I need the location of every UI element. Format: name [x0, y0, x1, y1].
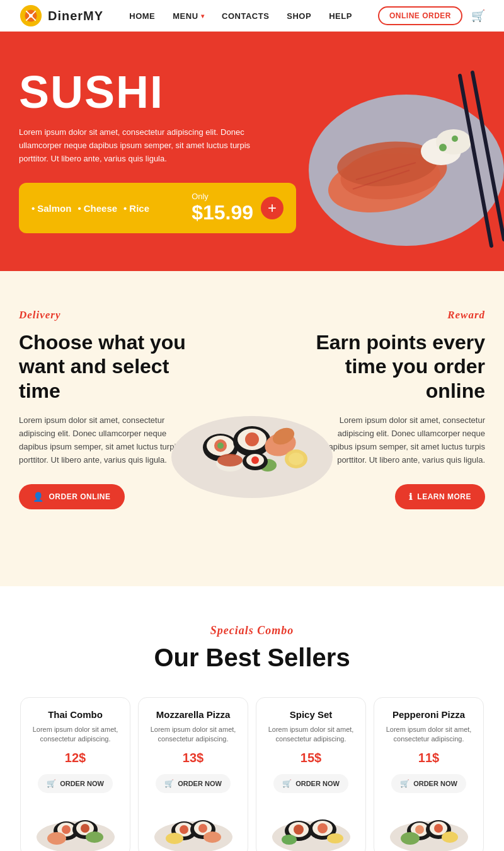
mid-food-image	[164, 366, 340, 507]
hero-price-box: Salmon Cheese Rice Only $15.99 +	[19, 183, 296, 233]
card-food-img-3	[267, 799, 355, 851]
specials-label: Specials Combo	[13, 624, 491, 637]
svg-point-61	[327, 833, 343, 843]
cart-small-icon-4: 🛒	[400, 779, 410, 788]
hero-ingredients: Salmon Cheese Rice	[32, 203, 149, 214]
svg-point-42	[47, 832, 66, 845]
product-desc-4: Lorem ipsum dolor sit amet, consectetur …	[383, 725, 474, 744]
cart-small-icon-3: 🛒	[282, 779, 292, 788]
hero-description: Lorem ipsum dolor sit amet, consectetur …	[19, 126, 258, 165]
svg-point-12	[452, 136, 458, 142]
svg-point-59	[318, 823, 328, 833]
delivery-label: Delivery	[19, 309, 195, 321]
product-name-1: Thai Combo	[30, 709, 121, 720]
product-card-4: Pepperoni Pizza Lorem ipsum dolor sit am…	[374, 697, 484, 851]
card-food-img-1	[32, 799, 120, 851]
ingredient-rice: Rice	[123, 203, 149, 214]
order-now-button-1[interactable]: 🛒 ORDER NOW	[38, 774, 113, 793]
order-online-icon: 👤	[33, 492, 44, 502]
product-card-2: Mozzarella Pizza Lorem ipsum dolor sit a…	[138, 697, 248, 851]
product-card-3: Spicy Set Lorem ipsum dolor sit amet, co…	[256, 697, 366, 851]
online-order-button[interactable]: ONLINE ORDER	[378, 6, 462, 25]
product-card-1: Thai Combo Lorem ipsum dolor sit amet, c…	[20, 697, 130, 851]
nav-links: HOME MENU ▾ CONTACTS SHOP HELP	[129, 10, 352, 21]
svg-point-38	[62, 825, 71, 834]
specials-section: Specials Combo Our Best Sellers Thai Com…	[0, 586, 504, 851]
product-name-3: Spicy Set	[265, 709, 357, 720]
svg-point-65	[415, 825, 424, 834]
navbar: DinerMY HOME MENU ▾ CONTACTS SHOP HELP O…	[0, 0, 504, 32]
svg-point-43	[86, 831, 103, 843]
svg-point-60	[282, 835, 297, 845]
product-price-4: 11$	[383, 751, 474, 765]
order-now-button-2[interactable]: 🛒 ORDER NOW	[156, 774, 231, 793]
svg-point-69	[401, 832, 420, 845]
svg-point-51	[166, 833, 183, 844]
hero-title: SUSHI	[19, 69, 309, 115]
svg-point-21	[217, 443, 224, 449]
nav-item-shop[interactable]: SHOP	[287, 10, 311, 21]
hero-section: SUSHI Lorem ipsum dolor sit amet, consec…	[0, 32, 504, 271]
svg-point-56	[294, 825, 304, 835]
svg-point-4	[29, 14, 33, 18]
svg-point-28	[217, 454, 243, 466]
mid-section: Delivery Choose what you want and select…	[0, 271, 504, 586]
svg-point-70	[442, 831, 458, 843]
add-to-cart-button[interactable]: +	[261, 197, 284, 219]
svg-point-41	[81, 824, 89, 833]
reward-label: Reward	[309, 309, 485, 321]
order-now-button-4[interactable]: 🛒 ORDER NOW	[391, 774, 466, 793]
svg-point-24	[245, 432, 259, 446]
hero-price-right: Only $15.99 +	[192, 192, 284, 224]
cart-small-icon-1: 🛒	[47, 779, 56, 788]
nav-item-menu[interactable]: MENU ▾	[173, 11, 204, 21]
cart-icon[interactable]: 🛒	[471, 9, 485, 23]
mid-plate-svg	[164, 366, 340, 504]
svg-point-50	[198, 824, 207, 833]
hero-food-image	[290, 38, 504, 265]
ingredient-salmon: Salmon	[32, 203, 71, 214]
hero-plate-svg	[290, 38, 504, 265]
product-name-2: Mozzarella Pizza	[147, 709, 239, 720]
chevron-down-icon: ▾	[201, 13, 205, 20]
nav-item-contacts[interactable]: CONTACTS	[222, 10, 269, 21]
cart-small-icon-2: 🛒	[164, 779, 174, 788]
nav-item-home[interactable]: HOME	[129, 10, 155, 21]
product-price-2: 13$	[147, 751, 239, 765]
logo[interactable]: DinerMY	[19, 4, 103, 28]
order-online-button[interactable]: 👤 ORDER ONLINE	[19, 484, 125, 509]
logo-icon	[19, 4, 43, 28]
ingredient-cheese: Cheese	[77, 203, 117, 214]
order-now-button-3[interactable]: 🛒 ORDER NOW	[273, 774, 348, 793]
svg-point-34	[251, 456, 259, 464]
card-food-img-2	[149, 799, 238, 851]
nav-right: ONLINE ORDER 🛒	[378, 6, 485, 25]
product-desc-2: Lorem ipsum dolor sit amet, consectetur …	[147, 725, 239, 744]
product-cards-row: Thai Combo Lorem ipsum dolor sit amet, c…	[13, 697, 491, 851]
product-price-1: 12$	[30, 751, 121, 765]
learn-more-button[interactable]: ℹ LEARN MORE	[395, 484, 485, 509]
learn-more-icon: ℹ	[409, 492, 413, 502]
svg-point-68	[434, 824, 443, 833]
product-name-4: Pepperoni Pizza	[383, 709, 474, 720]
hero-price: $15.99	[192, 201, 253, 224]
product-desc-1: Lorem ipsum dolor sit amet, consectetur …	[30, 725, 121, 744]
product-desc-3: Lorem ipsum dolor sit amet, consectetur …	[265, 725, 357, 744]
card-food-img-4	[385, 799, 473, 851]
svg-point-52	[203, 831, 221, 843]
logo-text: DinerMY	[48, 9, 103, 23]
hero-content: SUSHI Lorem ipsum dolor sit amet, consec…	[19, 69, 309, 233]
only-label: Only	[192, 192, 253, 201]
product-price-3: 15$	[265, 751, 357, 765]
svg-point-11	[439, 144, 447, 151]
nav-item-help[interactable]: HELP	[329, 10, 352, 21]
specials-title: Our Best Sellers	[13, 644, 491, 672]
svg-point-47	[180, 825, 188, 834]
svg-point-30	[289, 453, 304, 465]
